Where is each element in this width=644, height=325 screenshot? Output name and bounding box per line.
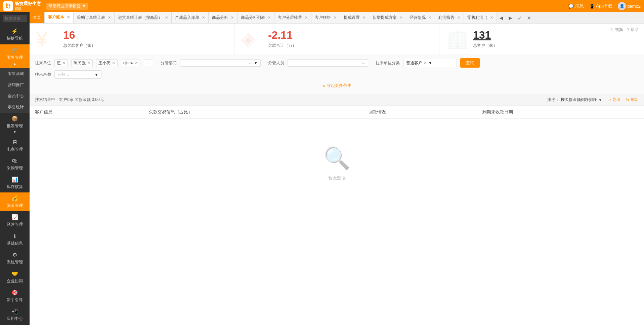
category-label: 往来单位分类	[376, 60, 400, 66]
sidebar-item-basic-info[interactable]: ℹ 基础信息	[0, 230, 30, 249]
query-button[interactable]: 查询	[460, 58, 480, 68]
main-content: ¥ 16 总欠款客户（家） ◈ -2.11 欠款合计（万）	[30, 24, 644, 325]
tab-close-boost-settings[interactable]: ✕	[362, 15, 366, 20]
search-input[interactable]	[3, 15, 27, 22]
stat-card-total-debt: ◈ -2.11 欠款合计（万）	[234, 24, 439, 54]
tab-close-purchase-orders[interactable]: ✕	[108, 15, 111, 20]
tab-close-new-boost[interactable]: ✕	[399, 15, 402, 20]
tab-close-product-analysis[interactable]: ✕	[231, 15, 234, 20]
sidebar-item-retail-mgmt[interactable]: 🛒 零售管理 ▲	[0, 44, 30, 68]
remove-tag-wu[interactable]: ✕	[62, 61, 66, 65]
results-bar: 搜索结果中：客户0家 欠款金额 0.00元 排序： 按欠款金额倒序排序 ▼ ↗ …	[30, 94, 644, 106]
tab-purchase-stats[interactable]: 进货单统计表（按商品） ✕	[115, 12, 172, 24]
tab-home[interactable]: 首页	[30, 12, 45, 24]
tab-scroll-left[interactable]: ◀	[497, 12, 506, 24]
tab-close-product-analysis-list[interactable]: ✕	[268, 15, 271, 20]
filter-section: 往来单位 伍 ✕ 陈民强 ✕ 王小亮 ✕	[30, 54, 644, 94]
message-button[interactable]: 💬 消息	[568, 3, 584, 9]
remove-category-tag[interactable]: ✕	[424, 61, 427, 65]
account-selector[interactable]: 母婴行业演示帐套 ▼	[46, 3, 88, 10]
tab-accounts[interactable]: 客户账本 ✕	[45, 12, 74, 24]
refresh-button[interactable]: ↻ 刷新	[626, 97, 639, 103]
more-tags-btn[interactable]: ...	[144, 60, 153, 66]
sidebar-item-finance-mgmt[interactable]: 💰 资金管理	[0, 192, 30, 211]
tab-close-operations[interactable]: ✕	[428, 15, 431, 20]
empty-icon: 🔍	[324, 146, 350, 171]
tab-close-product-inbound[interactable]: ✕	[202, 15, 205, 20]
sidebar-item-marketing[interactable]: 营销推广	[0, 79, 30, 91]
help-link[interactable]: ? 帮助	[627, 27, 639, 33]
stat-info-3: 131 总客户（家）	[473, 29, 497, 48]
sidebar-item-purchase-mgmt[interactable]: 🛍 采购管理	[0, 155, 30, 174]
sidebar-item-ecom-mgmt[interactable]: 🖥 电商管理	[0, 137, 30, 155]
tab-maximize[interactable]: ⤢	[515, 12, 524, 24]
category-select[interactable]: 普通客户 ✕ ▼	[403, 59, 457, 67]
stat-number-debt-customers: 16	[63, 29, 95, 41]
filter-tag-unit: 伍 ✕	[54, 59, 68, 67]
remove-tag-cjttcw[interactable]: ✕	[135, 61, 138, 65]
remove-tag-wang[interactable]: ✕	[112, 61, 115, 65]
sidebar-item-ops-mgmt[interactable]: 📈 经营管理	[0, 211, 30, 230]
tab-product-analysis-list[interactable]: 商品分析列表 ✕	[238, 12, 274, 24]
tab-close-customer-tier[interactable]: ✕	[305, 15, 308, 20]
dept-select[interactable]: ··· ▼	[180, 59, 261, 67]
video-link[interactable]: ▷ 视频	[610, 27, 623, 33]
tab-retail-profit[interactable]: 零售利润（ ✕	[464, 12, 497, 24]
tab-profit-report[interactable]: 利润报告 ✕	[435, 12, 464, 24]
tab-boost-settings[interactable]: 提成设置 ✕	[340, 12, 369, 24]
app-download-button[interactable]: 📱 App下载	[589, 3, 612, 9]
tab-close-all[interactable]: ✕	[524, 12, 534, 24]
sidebar: ⚡ 快捷导航 🛒 零售管理 ▲ 零售商城 营销推广 会员中心	[0, 12, 30, 325]
user-menu[interactable]: 👤 demo2	[618, 2, 641, 10]
tab-purchase-orders[interactable]: 采购订单统计表 ✕	[74, 12, 115, 24]
tab-close-customer-contact[interactable]: ✕	[334, 15, 337, 20]
col-repayment: 回款情况	[363, 106, 477, 119]
tab-customer-tier[interactable]: 客户分层经营 ✕	[274, 12, 311, 24]
sidebar-item-system-mgmt[interactable]: ⚙ 系统管理	[0, 249, 30, 268]
sidebar-item-member-center[interactable]: 会员中心	[0, 91, 30, 102]
tab-new-boost[interactable]: 新增提成方案 ✕	[369, 12, 406, 24]
tab-product-inbound[interactable]: 产成品入库单 ✕	[172, 12, 209, 24]
results-bar-right: 排序： 按欠款金额倒序排序 ▼ ↗ 导出 ↻ 刷新	[547, 97, 639, 103]
sidebar-item-app-center[interactable]: 📲 应用中心	[0, 305, 30, 324]
sidebar-item-wholesale-mgmt[interactable]: 📦 批发管理 ▼	[0, 113, 30, 137]
filter-row-1: 往来单位 伍 ✕ 陈民强 ✕ 王小亮 ✕	[35, 58, 639, 68]
stat-info-1: 16 总欠款客户（家）	[63, 29, 95, 48]
stats-section: ¥ 16 总欠款客户（家） ◈ -2.11 欠款合计（万）	[30, 24, 644, 54]
logo-text: 畅捷通好生意	[15, 1, 41, 7]
top-bar-right: 💬 消息 📱 App下载 👤 demo2	[568, 2, 641, 10]
sidebar-item-new-guide[interactable]: 🎯 新手引导	[0, 287, 30, 305]
person-select[interactable]: ···	[288, 59, 368, 67]
sidebar-item-inventory[interactable]: 📊 库存核算	[0, 174, 30, 192]
logo-icon: 好	[3, 1, 13, 11]
stat-bg-icon-3: 🏢	[446, 28, 469, 50]
sort-select[interactable]: 排序： 按欠款金额倒序排序 ▼	[547, 97, 602, 103]
sidebar-item-enterprise-coop[interactable]: 🤝 企业协同	[0, 268, 30, 287]
quick-nav-icon: ⚡	[11, 28, 18, 34]
collapse-button[interactable]: ∧ 收起更多条件	[35, 81, 639, 90]
sidebar-item-retail-stats[interactable]: 零售统计	[0, 102, 30, 113]
remove-tag-chen[interactable]: ✕	[87, 61, 90, 65]
logo-sub: 标版	[15, 7, 41, 11]
tab-operations[interactable]: 经营情况 ✕	[406, 12, 435, 24]
avatar: 👤	[618, 2, 626, 10]
tab-close-profit-report[interactable]: ✕	[457, 15, 460, 20]
results-summary: 搜索结果中：客户0家 欠款金额 0.00元	[35, 97, 104, 103]
sidebar-item-quick-nav[interactable]: ⚡ 快捷导航	[0, 25, 30, 44]
tab-product-analysis[interactable]: 商品分析 ✕	[209, 12, 238, 24]
tab-close-accounts[interactable]: ✕	[67, 15, 70, 20]
balance-select[interactable]: 选择... ▼	[54, 70, 101, 79]
tab-customer-contact[interactable]: 客户联络 ✕	[311, 12, 340, 24]
export-button[interactable]: ↗ 导出	[608, 97, 620, 103]
tab-scroll-right[interactable]: ▶	[506, 12, 515, 24]
sidebar-item-retail-mall[interactable]: 零售商城	[0, 68, 30, 79]
unit-label: 往来单位	[35, 60, 51, 66]
tab-close-retail-profit[interactable]: ✕	[490, 15, 493, 20]
tab-close-purchase-stats[interactable]: ✕	[165, 15, 168, 20]
filter-tag-wang: 王小亮 ✕	[96, 59, 118, 67]
empty-state: 🔍 暂无数据	[30, 119, 644, 208]
stat-card-total-customers: 🏢 131 总客户（家） ▷ 视频 ? 帮助	[439, 24, 644, 54]
stat-number-total-customers: 131	[473, 29, 497, 41]
filter-row-2: 往来余额 选择... ▼	[35, 70, 639, 79]
table-header-row: 客户信息 欠款交易信息（占比） 回款情况 到期未收款日期	[30, 106, 644, 119]
